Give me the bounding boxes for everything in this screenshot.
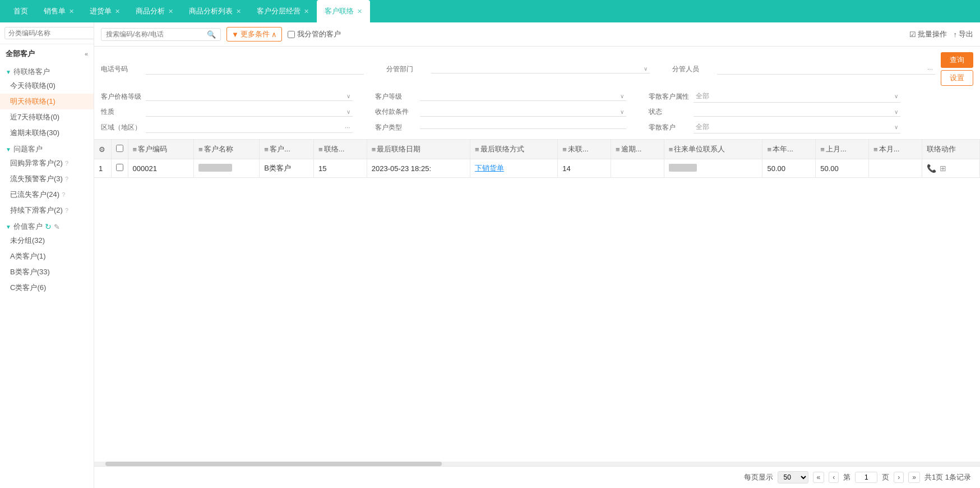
- sidebar-all-customers[interactable]: 全部客户 «: [0, 44, 94, 63]
- edit-icon[interactable]: ✎: [54, 223, 60, 231]
- next-page-btn[interactable]: ›: [894, 472, 904, 483]
- td-this-month: [869, 159, 922, 178]
- query-btn[interactable]: 查询: [941, 52, 973, 68]
- my-customers-checkbox[interactable]: [288, 31, 295, 38]
- last-page-btn[interactable]: »: [908, 472, 920, 483]
- grid-action-icon[interactable]: ⊞: [940, 164, 946, 173]
- th-code: ≡客户编码: [128, 140, 193, 159]
- sidebar-item-ungrouped[interactable]: 未分组(32): [0, 233, 94, 248]
- sidebar-item-b-class[interactable]: B类客户(33): [0, 264, 94, 280]
- filter-payment-select[interactable]: ∨: [420, 108, 627, 117]
- export-btn[interactable]: ↑ 导出: [954, 29, 974, 39]
- phone-action-icon[interactable]: 📞: [927, 164, 936, 173]
- toolbar-right: ☑ 批量操作 ↑ 导出: [909, 29, 974, 39]
- sidebar-item-tomorrow[interactable]: 明天待联络(1): [0, 94, 94, 109]
- td-year-amount: 50.00: [762, 159, 816, 178]
- chevron-down-icon-3: ∨: [620, 93, 624, 99]
- sidebar-item-churn-warning[interactable]: 流失预警客户(3) ?: [0, 171, 94, 187]
- filter-phone-input[interactable]: [146, 64, 364, 75]
- filter-customer-type-select[interactable]: [420, 126, 627, 129]
- filter-row-1: 电话号码 分管部门 ∨ 分管人员 ···: [101, 52, 973, 86]
- filter-person-select[interactable]: ···: [717, 64, 935, 75]
- horizontal-scrollbar[interactable]: [94, 462, 980, 466]
- filter-customer-grade-select[interactable]: ∨: [420, 92, 627, 101]
- close-analysis-icon[interactable]: ✕: [168, 8, 173, 15]
- scroll-thumb[interactable]: [105, 462, 442, 466]
- pagination-bar: 每页显示 50 100 200 « ‹ 第 页 › » 共1页 1条记录: [94, 466, 980, 488]
- first-page-btn[interactable]: «: [813, 472, 825, 483]
- td-last-contact-date: 2023-05-23 18:25:: [367, 159, 470, 178]
- th-last-month: ≡上月...: [816, 140, 869, 159]
- filter-nature-select[interactable]: ∨: [146, 108, 353, 117]
- refresh-icon[interactable]: ↻: [45, 222, 52, 231]
- nav-purchase[interactable]: 进货单 ✕: [82, 0, 128, 22]
- filter-price-grade-select[interactable]: ∨: [146, 92, 353, 101]
- nav-customer-contact[interactable]: 客户联络 ✕: [317, 0, 370, 22]
- nav-home[interactable]: 首页: [6, 0, 36, 22]
- filter-phone: 电话号码: [101, 64, 364, 75]
- batch-operation-btn[interactable]: ☑ 批量操作: [909, 29, 947, 39]
- filter-row-4: 区域（地区） ··· 客户类型 零散客户: [101, 121, 973, 133]
- td-action: 📞 ⊞: [922, 159, 979, 178]
- chevron-down-icon-4: ∨: [894, 93, 898, 99]
- settings-btn[interactable]: 设置: [941, 70, 973, 86]
- close-sales-icon[interactable]: ✕: [69, 8, 74, 15]
- search-input[interactable]: [106, 30, 207, 38]
- sidebar-item-declining[interactable]: 持续下滑客户(2) ?: [0, 202, 94, 218]
- contact-method-link[interactable]: 下销货单: [475, 164, 504, 172]
- th-checkbox[interactable]: [111, 140, 128, 159]
- sidebar-item-today[interactable]: 今天待联络(0): [0, 78, 94, 94]
- arrow-icon-3: ▼: [6, 224, 11, 230]
- sidebar-item-7days[interactable]: 近7天待联络(0): [0, 109, 94, 125]
- dots-icon-1[interactable]: ···: [927, 65, 933, 73]
- filter-action-btns: 查询 设置: [941, 52, 973, 86]
- td-last-contact-method[interactable]: 下销货单: [470, 159, 557, 178]
- sidebar-group-pending: ▼ 待联络客户: [0, 63, 94, 78]
- filter-status-select[interactable]: ∨: [694, 108, 900, 117]
- per-page-select[interactable]: 50 100 200: [778, 471, 808, 484]
- filter-dept-select[interactable]: ∨: [431, 65, 649, 73]
- nav-customer-tier[interactable]: 客户分层经营 ✕: [249, 0, 317, 22]
- sidebar-item-repurchase-abnormal[interactable]: 回购异常客户(2) ?: [0, 155, 94, 171]
- th-gear[interactable]: ⚙: [94, 140, 111, 159]
- close-purchase-icon[interactable]: ✕: [115, 8, 120, 15]
- td-contact-person: [664, 159, 762, 178]
- chevron-up-icon: ∧: [271, 30, 277, 39]
- td-checkbox[interactable]: [111, 159, 128, 178]
- filter-more-btn[interactable]: ▼ 更多条件 ∧: [226, 27, 282, 42]
- search-icon[interactable]: 🔍: [207, 30, 216, 39]
- filter-row-3: 性质 ∨ 收付款条件 ∨ 状态: [101, 107, 973, 117]
- select-all-checkbox[interactable]: [116, 145, 123, 152]
- dots-icon-2[interactable]: ···: [345, 123, 350, 131]
- sidebar-search-input[interactable]: [4, 27, 94, 39]
- nav-analysis-list[interactable]: 商品分析列表 ✕: [181, 0, 249, 22]
- close-customer-contact-icon[interactable]: ✕: [357, 8, 362, 15]
- td-not-contact: 14: [558, 159, 611, 178]
- filter-region-select[interactable]: ···: [146, 122, 353, 133]
- toolbar: 🔍 ▼ 更多条件 ∧ 我分管的客户 ☑ 批量操作 ↑ 导出: [94, 22, 980, 47]
- nav-sales[interactable]: 销售单 ✕: [36, 0, 82, 22]
- filter-retail-customer-select[interactable]: 全部 ∨: [694, 121, 900, 133]
- help-icon-3: ?: [62, 191, 65, 198]
- th-year-amount: ≡本年...: [762, 140, 816, 159]
- sidebar: 🔍 全部客户 « ▼ 待联络客户 今天待联络(0) 明天待联络(1) 近7天待联…: [0, 22, 94, 488]
- search-box: 🔍: [101, 28, 221, 41]
- customer-table: ⚙ ≡客户编码 ≡客户名称 ≡客户... ≡联络... ≡最后联络日期 ≡最后联…: [94, 140, 980, 178]
- filter-dept: 分管部门 ∨: [386, 65, 649, 74]
- row-checkbox[interactable]: [116, 164, 123, 171]
- filter-retail-attr-select[interactable]: 全部 ∨: [694, 90, 900, 103]
- close-analysis-list-icon[interactable]: ✕: [236, 8, 241, 15]
- sidebar-item-churned[interactable]: 已流失客户(24) ?: [0, 187, 94, 202]
- sidebar-item-a-class[interactable]: A类客户(1): [0, 248, 94, 264]
- close-customer-tier-icon[interactable]: ✕: [304, 8, 309, 15]
- prev-page-btn[interactable]: ‹: [829, 472, 839, 483]
- export-icon: ↑: [954, 30, 958, 39]
- page-number-input[interactable]: [855, 472, 877, 483]
- th-action: 联络动作: [922, 140, 979, 159]
- filter-payment: 收付款条件 ∨: [375, 107, 627, 117]
- sidebar-item-c-class[interactable]: C类客户(6): [0, 280, 94, 296]
- nav-analysis[interactable]: 商品分析 ✕: [128, 0, 181, 22]
- my-customers-checkbox-label[interactable]: 我分管的客户: [288, 29, 341, 39]
- filter-status: 状态 ∨: [649, 107, 900, 117]
- sidebar-item-overdue[interactable]: 逾期未联络(30): [0, 125, 94, 141]
